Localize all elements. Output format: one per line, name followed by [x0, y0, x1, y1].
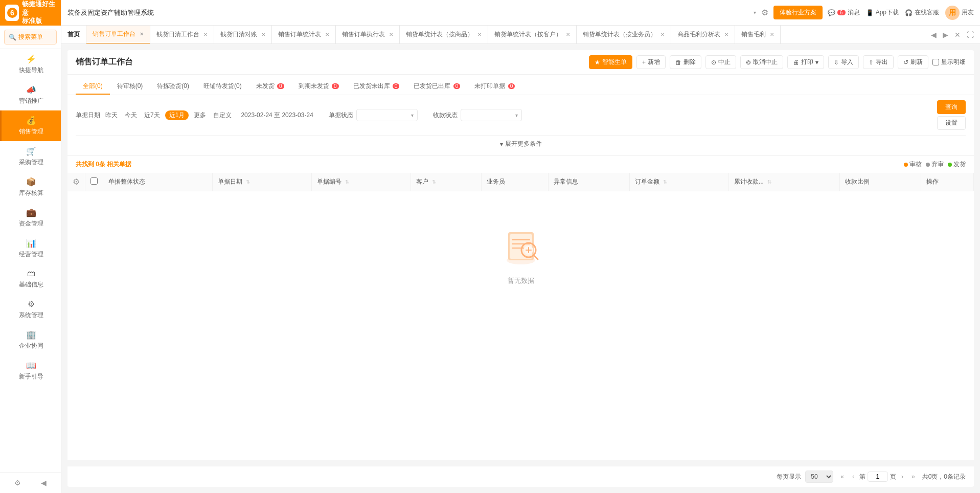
- tab-close-sales-staff[interactable]: ✕: [660, 32, 665, 37]
- tab-sales-stats[interactable]: 销售订单统计表 ✕: [272, 26, 336, 44]
- import-button[interactable]: ⇩ 导入: [828, 55, 859, 69]
- data-table: ⚙ 单据整体状态 单据日期 ⇅: [67, 173, 974, 191]
- cancel-audit-action[interactable]: 弃审: [926, 160, 944, 169]
- tab-close-sales-workbench[interactable]: ✕: [140, 31, 144, 37]
- app-download-button[interactable]: 📱 App下载: [866, 8, 899, 17]
- ship-dot: [948, 163, 952, 167]
- payment-select[interactable]: [461, 109, 522, 121]
- sidebar-item-basic[interactable]: 🗃 基础信息: [0, 264, 61, 294]
- tab-sales-exec[interactable]: 销售订单执行表 ✕: [336, 26, 400, 44]
- date-opt-1month[interactable]: 近1月: [165, 110, 189, 120]
- filter-tab-all[interactable]: 全部(0): [76, 79, 110, 95]
- select-all-checkbox[interactable]: [90, 177, 98, 185]
- delete-button[interactable]: 🗑 删除: [670, 55, 701, 69]
- date-opt-custom[interactable]: 自定义: [211, 110, 234, 121]
- search-menu-button[interactable]: 🔍 搜索菜单: [4, 30, 57, 44]
- tab-sales-staff[interactable]: 销货单统计表（按业务员） ✕: [577, 26, 671, 44]
- tab-close-sales-customer[interactable]: ✕: [566, 32, 570, 37]
- filter-tab-wangpu[interactable]: 旺铺待发货(0): [196, 79, 249, 95]
- sidebar-settings-button[interactable]: ⚙: [12, 477, 23, 489]
- sidebar-collapse-button[interactable]: ◀: [39, 477, 49, 489]
- tab-sales-customer[interactable]: 销货单统计表（按客户） ✕: [488, 26, 577, 44]
- audit-action[interactable]: 审核: [904, 160, 922, 169]
- filter-tab-pending-check[interactable]: 待拣验货(0): [150, 79, 196, 95]
- horizontal-scrollbar[interactable]: [67, 460, 974, 466]
- filter-tab-overdue[interactable]: 到期未发货 0: [291, 79, 346, 95]
- filter-tab-not-shipped[interactable]: 未发货 0: [249, 79, 291, 95]
- tab-sales-profit[interactable]: 销售毛利 ✕: [735, 26, 781, 44]
- prev-page-button[interactable]: ‹: [849, 472, 857, 481]
- tab-close-margin-analysis[interactable]: ✕: [724, 32, 728, 37]
- tab-scroll-left[interactable]: ◀: [929, 30, 939, 40]
- sidebar-item-purchase[interactable]: 🛒 采购管理: [0, 141, 61, 172]
- tab-close-sales-product[interactable]: ✕: [477, 32, 482, 37]
- next-page-button[interactable]: ›: [898, 472, 906, 481]
- th-number[interactable]: 单据编号 ⇅: [311, 173, 411, 191]
- header-settings-icon[interactable]: ⚙: [761, 8, 768, 17]
- column-settings-icon[interactable]: ⚙: [73, 177, 80, 186]
- sidebar-item-system[interactable]: ⚙ 系统管理: [0, 294, 61, 325]
- filter-settings-button[interactable]: 设置: [937, 116, 966, 130]
- date-opt-today[interactable]: 今天: [123, 110, 139, 121]
- th-customer[interactable]: 客户 ⇅: [411, 173, 482, 191]
- sidebar-item-inventory[interactable]: 📦 库存核算: [0, 172, 61, 203]
- page-number-input[interactable]: [868, 472, 888, 482]
- tab-sales-product[interactable]: 销货单统计表（按商品） ✕: [400, 26, 488, 44]
- th-salesperson[interactable]: 业务员: [482, 173, 549, 191]
- tab-margin-analysis[interactable]: 商品毛利分析表 ✕: [671, 26, 735, 44]
- filter-tab-pending-audit[interactable]: 待审核(0): [110, 79, 150, 95]
- tab-close-cash-reconcile[interactable]: ✕: [261, 32, 265, 37]
- smart-create-button[interactable]: ★ 智能生单: [589, 55, 632, 69]
- tab-home[interactable]: 首页: [61, 26, 86, 44]
- tab-close-cash-daily[interactable]: ✕: [203, 32, 208, 37]
- sidebar-nav: ⚡ 快捷导航 📣 营销推广 💰 销售管理 🛒 采购管理 📦 库存核算 💼 资金管…: [0, 49, 61, 386]
- page-size-select[interactable]: 50 10 20 100: [805, 470, 833, 483]
- filter-tab-shipped-not-out[interactable]: 已发货未出库 0: [346, 79, 407, 95]
- th-date[interactable]: 单据日期 ⇅: [212, 173, 311, 191]
- cancel-stop-button[interactable]: ⊚ 取消中止: [740, 55, 783, 69]
- refresh-button[interactable]: ↺ 刷新: [898, 55, 928, 69]
- tab-close-sales-exec[interactable]: ✕: [389, 32, 393, 37]
- show-detail-label[interactable]: 显示明细: [932, 58, 966, 66]
- ship-action[interactable]: 发货: [948, 160, 966, 169]
- date-opt-more[interactable]: 更多: [192, 110, 208, 121]
- online-service-button[interactable]: 🎧 在线客服: [905, 8, 939, 17]
- filter-tab-not-printed[interactable]: 未打印单据 0: [467, 79, 522, 95]
- first-page-button[interactable]: «: [837, 472, 847, 481]
- tab-maximize[interactable]: ⛶: [965, 30, 976, 40]
- sidebar-item-quicknav[interactable]: ⚡ 快捷导航: [0, 49, 61, 80]
- tab-close-sales-profit[interactable]: ✕: [770, 32, 774, 37]
- tab-cash-daily[interactable]: 钱货日清工作台 ✕: [150, 26, 214, 44]
- tab-close-all[interactable]: ✕: [952, 30, 963, 40]
- tab-cash-reconcile[interactable]: 钱货日清对账 ✕: [214, 26, 272, 44]
- industry-solution-button[interactable]: 体验行业方案: [773, 6, 823, 19]
- sidebar-item-operation[interactable]: 📊 经营管理: [0, 233, 61, 264]
- show-detail-checkbox[interactable]: [932, 59, 939, 65]
- user-menu-button[interactable]: 用 用友: [945, 6, 974, 20]
- sidebar-item-marketing[interactable]: 📣 营销推广: [0, 80, 61, 110]
- th-exception[interactable]: 异常信息: [549, 173, 630, 191]
- last-page-button[interactable]: »: [908, 472, 918, 481]
- filter-tab-shipped-out[interactable]: 已发货已出库 0: [406, 79, 467, 95]
- system-dropdown-arrow[interactable]: ▾: [754, 10, 756, 15]
- th-collected[interactable]: 累计收款... ⇅: [728, 173, 839, 191]
- export-button[interactable]: ⇧ 导出: [863, 55, 894, 69]
- th-amount[interactable]: 订单金额 ⇅: [630, 173, 729, 191]
- stop-button[interactable]: ⊙ 中止: [705, 55, 736, 69]
- sidebar-item-guide[interactable]: 📖 新手引导: [0, 355, 61, 386]
- sidebar-item-finance[interactable]: 💼 资金管理: [0, 203, 61, 233]
- table-head: ⚙ 单据整体状态 单据日期 ⇅: [67, 173, 974, 191]
- sidebar-item-enterprise[interactable]: 🏢 企业协同: [0, 325, 61, 355]
- date-opt-yesterday[interactable]: 昨天: [103, 110, 120, 121]
- expand-conditions-button[interactable]: ▾ 展开更多条件: [496, 138, 546, 150]
- print-button[interactable]: 🖨 打印 ▾: [787, 55, 824, 69]
- tab-scroll-right[interactable]: ▶: [941, 30, 950, 40]
- date-opt-7days[interactable]: 近7天: [142, 110, 162, 121]
- tab-close-sales-stats[interactable]: ✕: [325, 32, 329, 37]
- query-button[interactable]: 查询: [937, 100, 966, 114]
- status-select[interactable]: [356, 109, 418, 121]
- add-button[interactable]: + 新增: [636, 55, 666, 69]
- message-button[interactable]: 💬 6 消息: [828, 8, 860, 17]
- sidebar-item-sales[interactable]: 💰 销售管理: [0, 110, 61, 141]
- tab-sales-workbench[interactable]: 销售订单工作台 ✕: [86, 26, 150, 44]
